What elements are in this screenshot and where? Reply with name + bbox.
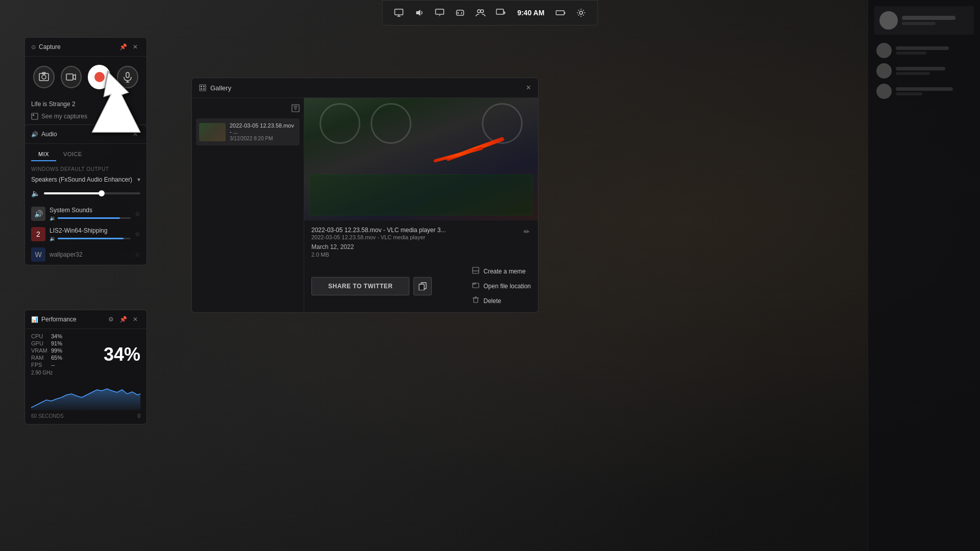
svg-rect-27 (200, 85, 206, 91)
see-captures-link[interactable]: See my captures (25, 110, 146, 126)
delete-icon (472, 296, 479, 305)
lis2-slider[interactable] (58, 238, 131, 239)
gallery-sidebar: 2022-03-05 12.23.58.mov - ... 3/12/2022 … (192, 98, 304, 312)
gallery-side-actions: Create a meme Open file location (472, 266, 531, 306)
svg-point-9 (461, 13, 462, 14)
lis2-vol-icon: 🔉 (50, 236, 56, 241)
perf-cpu-label: CPU (31, 333, 49, 339)
system-sounds-slider[interactable] (58, 217, 131, 219)
taskbar-gamepad-icon[interactable] (452, 5, 468, 21)
gallery-title: Gallery (199, 84, 231, 92)
perf-pin-button[interactable]: 📌 (118, 314, 128, 324)
video-clip-button[interactable] (61, 66, 82, 88)
audio-master-thumb (99, 190, 105, 196)
svg-rect-38 (473, 267, 479, 273)
perf-close-button[interactable]: ✕ (130, 314, 140, 324)
audio-device-name: Speakers (FxSound Audio Enhancer) (31, 176, 132, 183)
capture-buttons-row (25, 57, 146, 97)
record-button[interactable] (88, 65, 111, 89)
audio-close-button[interactable]: ✕ (130, 129, 140, 139)
gallery-list-item[interactable]: 2022-03-05 12.23.58.mov - ... 3/12/2022 … (196, 118, 300, 145)
mic-button[interactable] (117, 66, 138, 88)
pc-motherboard (309, 174, 533, 215)
gallery-body: 2022-03-05 12.23.58.mov - ... 3/12/2022 … (192, 98, 538, 312)
system-sounds-fill (58, 217, 120, 219)
system-sounds-vol-icon: 🔉 (50, 215, 56, 221)
screenshot-button[interactable] (33, 66, 55, 88)
svg-rect-12 (496, 9, 503, 14)
gallery-filter-row (196, 102, 300, 118)
perf-fps-label: FPS (31, 362, 49, 368)
svg-rect-0 (395, 9, 403, 15)
svg-rect-15 (565, 12, 566, 14)
gallery-preview (304, 98, 538, 220)
perf-ram-label: RAM (31, 355, 49, 361)
capture-close-button[interactable]: ✕ (130, 42, 140, 52)
svg-rect-28 (201, 86, 202, 87)
svg-rect-20 (66, 74, 73, 80)
svg-rect-14 (556, 11, 565, 15)
taskbar-time: 9:40 AM (513, 9, 548, 17)
taskbar-monitor-icon[interactable] (431, 5, 448, 21)
svg-rect-4 (435, 9, 444, 14)
perf-chart-svg (31, 380, 140, 410)
taskbar-volume-icon[interactable] (411, 5, 427, 21)
meme-icon (472, 267, 479, 276)
audio-panel-title: 🔊 Audio (31, 131, 57, 138)
gallery-open-file-location[interactable]: Open file location (472, 281, 531, 291)
performance-panel: 📊 Performance ⚙ 📌 ✕ CPU 34% GPU 91% VRAM… (24, 310, 147, 424)
svg-rect-30 (201, 88, 202, 90)
taskbar-stream-icon[interactable] (493, 5, 509, 21)
taskbar-settings-icon[interactable] (573, 5, 590, 21)
tab-mix[interactable]: MIX (31, 148, 56, 161)
gallery-info: 2022-03-05 12.23.58.mov - VLC media play… (304, 220, 538, 262)
audio-app-wallpaper: W wallpaper32 ☆ (25, 244, 146, 265)
lis2-name: LIS2-Win64-Shipping (50, 227, 131, 234)
gallery-edit-button[interactable]: ✏ (523, 227, 531, 237)
system-sounds-star[interactable]: ☆ (135, 210, 140, 217)
gallery-thumb (199, 123, 226, 141)
pc-fan-2 (371, 103, 411, 144)
perf-settings-button[interactable]: ⚙ (106, 314, 116, 324)
perf-panel-title: 📊 Performance (31, 316, 77, 323)
lis2-star[interactable]: ☆ (135, 231, 140, 238)
svg-rect-41 (474, 298, 478, 303)
gallery-preview-image (304, 98, 538, 220)
gallery-create-meme[interactable]: Create a meme (472, 266, 531, 277)
gallery-close-button[interactable]: × (526, 83, 531, 92)
gallery-item-info: 2022-03-05 12.23.58.mov - ... 3/12/2022 … (230, 122, 297, 141)
audio-volume-icon: 🔈 (31, 189, 40, 197)
gallery-actions: SHARE TO TWITTER (304, 262, 538, 312)
perf-ram-stat: RAM 65% (31, 355, 62, 361)
taskbar-display-icon[interactable] (390, 5, 407, 21)
svg-point-10 (477, 10, 480, 13)
capture-pin-button[interactable]: 📌 (118, 42, 128, 52)
wallpaper-info: wallpaper32 (50, 251, 131, 258)
pc-fan-1 (320, 103, 360, 144)
audio-chevron-icon[interactable]: ▾ (137, 176, 140, 183)
perf-stats: CPU 34% GPU 91% VRAM 99% RAM 65% FPS -- … (25, 329, 146, 378)
svg-point-16 (580, 11, 583, 14)
svg-rect-29 (203, 86, 205, 87)
tab-voice[interactable]: VOICE (56, 148, 89, 161)
svg-rect-17 (39, 73, 48, 81)
gallery-main: 2022-03-05 12.23.58.mov - VLC media play… (304, 98, 538, 312)
audio-master-slider[interactable] (44, 192, 140, 194)
perf-fps-value: -- (51, 362, 55, 368)
taskbar-friends-icon[interactable] (472, 5, 488, 21)
gallery-filter-button[interactable] (291, 104, 300, 114)
gallery-delete[interactable]: Delete (472, 295, 531, 306)
share-to-twitter-button[interactable]: SHARE TO TWITTER (311, 277, 409, 295)
audio-device-row: Speakers (FxSound Audio Enhancer) ▾ (25, 174, 146, 187)
audio-panel-header: 🔊 Audio ✕ (25, 125, 146, 144)
perf-stats-left: CPU 34% GPU 91% VRAM 99% RAM 65% FPS -- … (31, 333, 62, 375)
capture-panel-title: ⊙ Capture (31, 43, 61, 51)
taskbar-battery-icon[interactable] (553, 5, 569, 21)
gallery-copy-button[interactable] (413, 277, 432, 295)
audio-app-lis2: 2 LIS2-Win64-Shipping 🔉 ☆ (25, 224, 146, 244)
lis2-slider-row: 🔉 (50, 236, 131, 241)
perf-chart (31, 380, 140, 410)
lis2-fill (58, 238, 124, 239)
gallery-title-label: Gallery (210, 84, 231, 92)
wallpaper-star[interactable]: ☆ (135, 251, 140, 258)
